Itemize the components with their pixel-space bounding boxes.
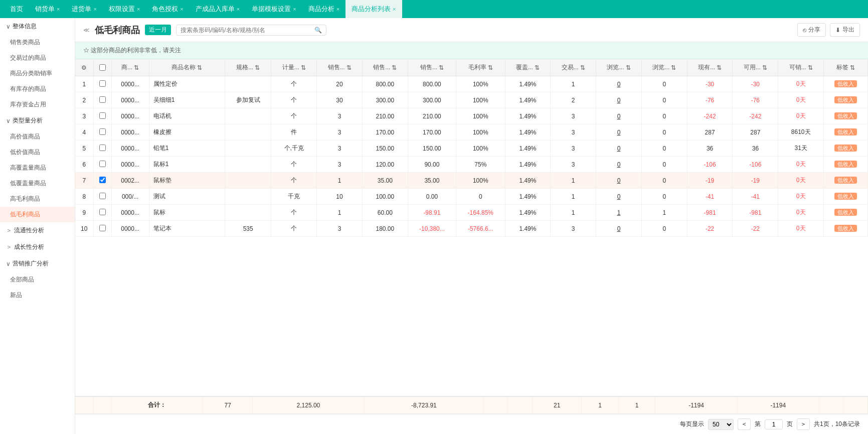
sidebar-group-flow[interactable]: ＞ 流通性分析: [0, 222, 75, 239]
nav-close-product[interactable]: ×: [237, 6, 240, 12]
sidebar-item-low-value[interactable]: 低价值商品: [0, 144, 75, 160]
nav-product-instock[interactable]: 产成品入库单 ×: [190, 0, 246, 18]
next-page-button[interactable]: ＞: [797, 418, 810, 430]
nav-role-auth[interactable]: 角色授权 ×: [146, 0, 189, 18]
share-button[interactable]: ⎋ 分享: [797, 23, 826, 37]
row-select-checkbox[interactable]: [99, 177, 106, 183]
nav-close-permission[interactable]: ×: [137, 6, 140, 12]
nav-permission-setting[interactable]: 权限设置 ×: [103, 0, 146, 18]
nav-sales-order[interactable]: 销货单 ×: [29, 0, 66, 18]
nav-purchase-order[interactable]: 进货单 ×: [66, 0, 102, 18]
row-select-checkbox[interactable]: [99, 128, 106, 135]
sidebar-item-stock-capital[interactable]: 库存资金占用: [0, 97, 75, 112]
row-view2: 0: [641, 173, 687, 189]
col-sales-price[interactable]: 销售... ⇅: [362, 59, 408, 76]
row-tag: 低收入: [824, 92, 868, 108]
sidebar-group-category[interactable]: ∨ 类型量分析: [0, 112, 75, 129]
nav-close-purchase-order[interactable]: ×: [93, 6, 96, 12]
search-input[interactable]: [181, 27, 314, 34]
export-button[interactable]: ⬇ 导出: [830, 23, 860, 37]
nav-close-template[interactable]: ×: [293, 6, 296, 12]
row-view1[interactable]: 0: [596, 76, 642, 92]
search-icon[interactable]: 🔍: [314, 27, 322, 34]
row-checkbox[interactable]: [93, 157, 111, 173]
row-view1[interactable]: 1: [596, 205, 642, 221]
row-select-checkbox[interactable]: [99, 209, 106, 215]
row-checkbox[interactable]: [93, 173, 111, 189]
prev-page-button[interactable]: ＜: [738, 418, 751, 430]
col-current[interactable]: 现有... ⇅: [687, 59, 733, 76]
nav-template-setting[interactable]: 单据模板设置 ×: [246, 0, 302, 18]
row-view1[interactable]: 0: [596, 157, 642, 173]
row-checkbox[interactable]: [93, 221, 111, 237]
col-margin[interactable]: 毛利率 ⇅: [456, 59, 505, 76]
row-checkbox[interactable]: [93, 205, 111, 221]
col-view1[interactable]: 浏览... ⇅: [596, 59, 642, 76]
row-checkbox[interactable]: [93, 124, 111, 140]
col-tag[interactable]: 标签 ⇅: [824, 59, 868, 76]
nav-goods-analysis[interactable]: 商品分析 ×: [302, 0, 345, 18]
select-all-checkbox[interactable]: [99, 64, 106, 71]
nav-goods-analysis-list[interactable]: 商品分析列表 ×: [345, 0, 402, 18]
nav-close-role[interactable]: ×: [180, 6, 183, 12]
sidebar-group-marketing[interactable]: ∨ 营销推广分析: [0, 255, 75, 272]
sidebar-item-category-rate[interactable]: 商品分类助销率: [0, 66, 75, 81]
filter-tag-month[interactable]: 近一月: [145, 25, 171, 35]
sidebar-item-new-goods[interactable]: 新品: [0, 287, 75, 303]
sidebar-item-high-margin[interactable]: 高毛利商品: [0, 191, 75, 207]
row-view1[interactable]: 0: [596, 92, 642, 108]
col-trade[interactable]: 交易... ⇅: [551, 59, 596, 76]
col-name[interactable]: 商品名称 ⇅: [149, 59, 225, 76]
row-sales-price: 800.00: [362, 76, 408, 92]
row-select-checkbox[interactable]: [99, 144, 106, 151]
row-select-checkbox[interactable]: [99, 80, 106, 87]
sidebar-group-growth[interactable]: ＞ 成长性分析: [0, 239, 75, 255]
col-spec[interactable]: 规格... ⇅: [225, 59, 271, 76]
page-number-input[interactable]: [765, 419, 783, 429]
nav-close-goods-analysis[interactable]: ×: [336, 6, 339, 12]
col-sellable[interactable]: 可销... ⇅: [778, 59, 824, 76]
col-view2[interactable]: 浏览... ⇅: [641, 59, 687, 76]
collapse-sidebar-icon[interactable]: ≪: [83, 27, 90, 34]
row-checkbox[interactable]: [93, 108, 111, 124]
row-select-checkbox[interactable]: [99, 225, 106, 231]
col-unit[interactable]: 计量... ⇅: [271, 59, 317, 76]
sidebar-item-high-coverage[interactable]: 高覆盖量商品: [0, 160, 75, 176]
row-view1[interactable]: 0: [596, 189, 642, 205]
nav-close-sales-order[interactable]: ×: [57, 6, 60, 12]
sidebar-item-sales-goods[interactable]: 销售类商品: [0, 35, 75, 50]
top-navigation: 首页 销货单 × 进货单 × 权限设置 × 角色授权 × 产成品入库单 × 单据…: [0, 0, 868, 18]
footer-available: -1194: [737, 397, 819, 414]
sidebar-item-low-coverage[interactable]: 低覆盖量商品: [0, 176, 75, 191]
sidebar-item-low-margin[interactable]: 低毛利商品: [0, 207, 75, 222]
sidebar-item-instock-goods[interactable]: 有库存的商品: [0, 81, 75, 97]
col-coverage[interactable]: 覆盖... ⇅: [505, 59, 551, 76]
row-select-checkbox[interactable]: [99, 112, 106, 119]
col-sales-qty[interactable]: 销售... ⇅: [317, 59, 363, 76]
row-checkbox[interactable]: [93, 76, 111, 92]
row-view1[interactable]: 0: [596, 173, 642, 189]
nav-home[interactable]: 首页: [4, 0, 29, 18]
sidebar-group-overall[interactable]: ∨ 整体信息: [0, 18, 75, 35]
row-view1[interactable]: 0: [596, 124, 642, 140]
table-row: 9 0000... 鼠标 个 1 60.00 -98.91 -164.85% 1…: [75, 205, 868, 221]
row-checkbox[interactable]: [93, 92, 111, 108]
sidebar-item-high-value[interactable]: 高价值商品: [0, 129, 75, 144]
col-code[interactable]: 商... ⇅: [111, 59, 149, 76]
nav-close-goods-list[interactable]: ×: [393, 6, 396, 12]
per-page-select[interactable]: 50 20 100: [708, 419, 734, 430]
row-select-checkbox[interactable]: [99, 96, 106, 103]
row-checkbox[interactable]: [93, 189, 111, 205]
sidebar-item-traded-goods[interactable]: 交易过的商品: [0, 50, 75, 66]
col-sales-profit[interactable]: 销售... ⇅: [408, 59, 456, 76]
col-checkbox-all[interactable]: [93, 59, 111, 76]
row-view1[interactable]: 0: [596, 221, 642, 237]
row-view1[interactable]: 0: [596, 140, 642, 157]
col-settings[interactable]: ⚙: [75, 59, 93, 76]
row-select-checkbox[interactable]: [99, 193, 106, 199]
row-select-checkbox[interactable]: [99, 161, 106, 167]
col-available[interactable]: 可用... ⇅: [733, 59, 778, 76]
sidebar-item-all-goods[interactable]: 全部商品: [0, 272, 75, 287]
row-checkbox[interactable]: [93, 140, 111, 157]
row-view1[interactable]: 0: [596, 108, 642, 124]
